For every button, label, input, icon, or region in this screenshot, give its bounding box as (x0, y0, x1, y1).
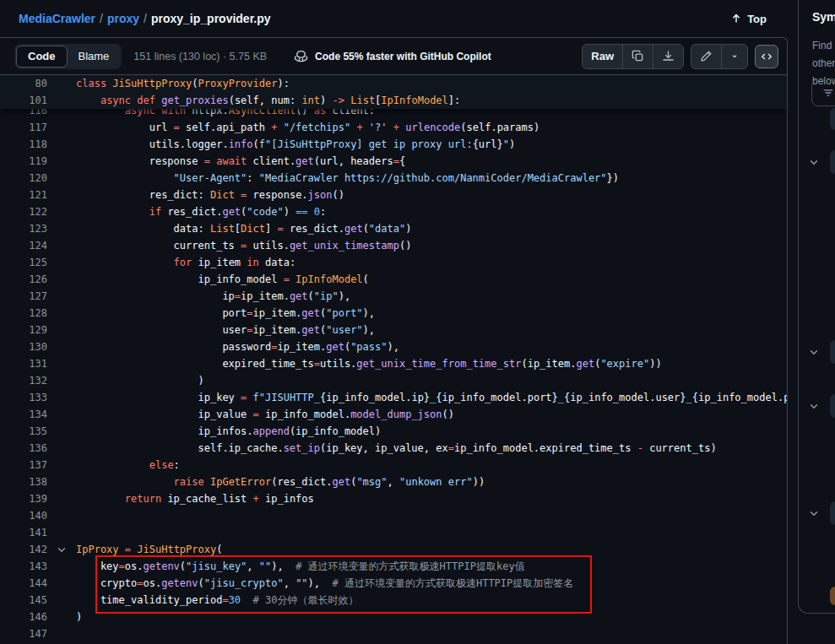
line-number[interactable]: 117 (0, 119, 47, 136)
line-number[interactable]: 135 (0, 423, 47, 440)
download-button[interactable] (653, 45, 683, 68)
symbol-item[interactable] (830, 108, 835, 130)
line-number[interactable]: 124 (0, 237, 47, 254)
fold-gutter (47, 271, 76, 288)
line-number[interactable]: 137 (0, 457, 47, 474)
line-number[interactable]: 123 (0, 220, 47, 237)
line-number[interactable]: 127 (0, 288, 47, 305)
fold-gutter (47, 490, 76, 507)
line-number[interactable]: 125 (0, 254, 47, 271)
line-number[interactable]: 122 (0, 203, 47, 220)
code-line-row: 137 else: (0, 457, 787, 474)
raw-button[interactable]: Raw (583, 45, 623, 68)
line-number[interactable]: 101 (0, 92, 47, 109)
code-line: ip=ip_item.get("ip"), (76, 288, 350, 305)
code-line: if res_dict.get("code") == 0: (76, 203, 326, 220)
fold-gutter (47, 474, 76, 490)
code-line-row: 121 res_dict: Dict = response.json() (0, 187, 787, 203)
pencil-icon (700, 50, 713, 62)
chevron-down-icon[interactable] (808, 156, 820, 168)
line-number[interactable]: 147 (0, 625, 47, 642)
line-number[interactable]: 129 (0, 322, 47, 338)
line-number[interactable]: 118 (0, 136, 47, 153)
line-number[interactable]: 134 (0, 406, 47, 423)
sticky-context-lines: 80class JiSuHttpProxy(ProxyProvider):101… (0, 75, 787, 109)
fold-gutter (47, 372, 76, 389)
symbols-description-line: other (812, 55, 835, 73)
line-number[interactable]: 141 (0, 524, 47, 541)
line-number[interactable]: 144 (0, 575, 47, 592)
line-number[interactable]: 145 (0, 592, 47, 609)
code-line: for ip_item in data: (76, 254, 296, 271)
fold-gutter (47, 153, 76, 170)
line-number[interactable]: 146 (0, 609, 47, 625)
line-number[interactable]: 132 (0, 372, 47, 389)
filter-icon (822, 87, 834, 99)
fold-chevron-down-icon[interactable] (47, 541, 76, 558)
line-number[interactable]: 139 (0, 490, 47, 507)
line-number[interactable]: 133 (0, 389, 47, 406)
line-number[interactable]: 80 (0, 75, 47, 92)
code-line: data: List[Dict] = res_dict.get("data") (76, 220, 411, 237)
code-line: port=ip_item.get("port"), (76, 305, 375, 322)
fold-gutter (47, 440, 76, 457)
scroll-to-top-button[interactable]: Top (725, 8, 772, 30)
line-number[interactable]: 131 (0, 355, 47, 372)
fold-gutter (47, 92, 76, 109)
line-number[interactable]: 119 (0, 153, 47, 170)
code-line: response = await client.get(url, headers… (76, 153, 405, 170)
chevron-down-icon[interactable] (808, 400, 820, 412)
chevron-down-icon[interactable] (808, 346, 820, 358)
line-number[interactable]: 126 (0, 271, 47, 288)
symbol-item[interactable] (830, 501, 835, 525)
line-number[interactable]: 138 (0, 474, 47, 490)
line-number[interactable]: 143 (0, 558, 47, 575)
code-line-row: 132 ) (0, 372, 787, 389)
fold-gutter (47, 136, 76, 153)
code-line-row: 128 port=ip_item.get("port"), (0, 305, 787, 322)
symbols-toggle-button[interactable] (755, 45, 778, 68)
breadcrumb-repo-link[interactable]: MediaCrawler (19, 12, 95, 25)
symbols-sidebar: Symbols Find other below (798, 0, 835, 614)
fold-gutter (47, 237, 76, 254)
line-number[interactable]: 140 (0, 507, 47, 524)
line-number[interactable]: 136 (0, 440, 47, 457)
chevron-down-icon[interactable] (808, 507, 820, 519)
triangle-down-icon (730, 52, 739, 61)
line-number[interactable]: 128 (0, 305, 47, 322)
edit-dropdown-button[interactable] (722, 45, 747, 68)
code-line-row: 140 (0, 507, 787, 524)
line-number[interactable]: 142 (0, 541, 47, 558)
code-line: "User-Agent": "MediaCrawler https://gith… (76, 170, 619, 187)
fold-gutter (47, 220, 76, 237)
fold-gutter (47, 355, 76, 372)
raw-copy-download-group: Raw (582, 44, 684, 69)
code-blame-switch: Code Blame (14, 44, 122, 69)
code-line-row: 131 expired_time_ts=utils.get_unix_time_… (0, 355, 787, 372)
code-line-row: 124 current_ts = utils.get_unix_timestam… (0, 237, 787, 254)
line-number[interactable]: 130 (0, 338, 47, 355)
fold-gutter (47, 625, 76, 642)
code-line-row: 141 (0, 524, 787, 541)
copilot-banner: Code 55% faster with GitHub Copilot (294, 49, 491, 63)
line-number[interactable]: 120 (0, 170, 47, 187)
copy-button[interactable] (623, 45, 653, 68)
code-line-row: 130 password=ip_item.get("pass"), (0, 338, 787, 355)
symbol-item[interactable] (830, 150, 835, 174)
code-line: res_dict: Dict = response.json() (76, 187, 344, 203)
file-header: Code Blame 151 lines (130 loc) · 5.75 KB… (0, 38, 787, 75)
code-line: ) (76, 372, 204, 389)
tab-code[interactable]: Code (16, 46, 68, 68)
file-meta-info: 151 lines (130 loc) · 5.75 KB (133, 51, 267, 62)
tab-blame[interactable]: Blame (68, 46, 121, 67)
filter-symbols-button[interactable] (811, 79, 835, 106)
symbol-item-highlighted[interactable] (830, 587, 835, 605)
fold-gutter (47, 170, 76, 187)
code-line: url = self.api_path + "/fetchips" + '?' … (76, 119, 539, 136)
symbols-description-line: Find (812, 37, 835, 55)
symbol-item[interactable] (830, 340, 835, 364)
edit-button[interactable] (691, 45, 722, 68)
symbol-item[interactable] (830, 394, 835, 418)
breadcrumb-folder-link[interactable]: proxy (107, 12, 139, 25)
line-number[interactable]: 121 (0, 187, 47, 203)
